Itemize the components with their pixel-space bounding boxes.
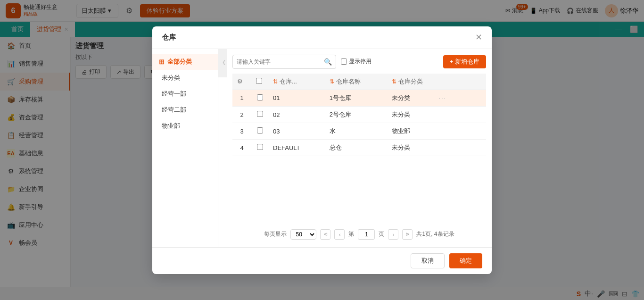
modal-sidebar-property[interactable]: 物业部 [152,118,218,134]
col-header-checkbox [251,74,268,90]
warehouse-modal: 仓库 ✕ ⊞ 全部分类 未分类 经营一部 经营二部 物业部 《 [152,26,492,274]
modal-main: 🔍 显示停用 + 新增仓库 ⚙ [227,49,492,247]
per-page-select[interactable]: 50 100 [290,229,316,240]
row-code-2: 02 [268,107,325,123]
col-name-label: 仓库名称 [336,77,361,86]
row-code-4: DEFAULT [268,140,325,156]
col-code-label: 仓库... [280,77,297,86]
row-select-2[interactable] [257,111,263,117]
row-num: 3 [232,123,251,140]
col-header-name: ⇅ 仓库名称 [325,74,388,90]
sort-icon-category: ⇅ [392,78,396,85]
page-input[interactable] [358,229,375,240]
show-disabled-checkbox[interactable] [341,58,347,65]
search-input[interactable] [237,58,324,65]
modal-sidebar-uncategorized[interactable]: 未分类 [152,70,218,86]
page-prev-button[interactable]: ‹ [334,229,345,240]
modal-title: 仓库 [162,33,176,42]
select-all-checkbox[interactable] [256,78,262,84]
row-name-4: 总仓 [325,140,388,156]
col-category-label: 仓库分类 [398,77,423,86]
all-category-label: 全部分类 [167,58,192,66]
row-select-4[interactable] [257,144,263,150]
sort-icon-code: ⇅ [273,78,278,85]
row-checkbox [251,90,268,107]
confirm-button[interactable]: 确定 [449,253,482,268]
modal-sidebar-dept1[interactable]: 经营一部 [152,86,218,102]
cancel-button[interactable]: 取消 [411,253,445,268]
row-category-4: 未分类 [387,140,486,156]
modal-sidebar: ⊞ 全部分类 未分类 经营一部 经营二部 物业部 [152,49,218,247]
search-input-wrap: 🔍 [232,55,336,69]
table-body: 1 01 1号仓库 未分类 ··· 2 [232,90,486,156]
modal-close-button[interactable]: ✕ [475,33,482,42]
page-last-button[interactable]: ⊳ [402,229,413,240]
pagination: 每页显示 50 100 ⊲ ‹ 第 页 › ⊳ 共1页, 4条记录 [232,225,486,242]
table-row[interactable]: 1 01 1号仓库 未分类 ··· [232,90,486,107]
page-first-button[interactable]: ⊲ [320,229,330,240]
search-icon[interactable]: 🔍 [324,58,332,66]
sidebar-collapse-button[interactable]: 《 [218,49,227,77]
row-checkbox [251,123,268,140]
grid-icon: ⊞ [159,58,165,66]
chevron-left-icon: 《 [220,59,225,67]
table-row[interactable]: 4 DEFAULT 总仓 未分类 [232,140,486,156]
row-num: 2 [232,107,251,123]
modal-sidebar-all[interactable]: ⊞ 全部分类 [152,54,218,70]
col-header-code: ⇅ 仓库... [268,74,325,90]
sort-icon-name: ⇅ [330,78,334,85]
row-checkbox [251,140,268,156]
row-name-3: 水 [325,123,388,140]
row-code-1: 01 [268,90,325,107]
add-warehouse-button[interactable]: + 新增仓库 [443,55,486,68]
warehouse-table: ⚙ ⇅ 仓库... [232,74,486,157]
show-disabled-label: 显示停用 [349,58,372,66]
col-header-category: ⇅ 仓库分类 [387,74,486,90]
row-checkbox [251,107,268,123]
row-category-2: 未分类 [387,107,486,123]
page-next-button[interactable]: › [388,229,398,240]
row-num: 4 [232,140,251,156]
row-category-1: 未分类 ··· [387,90,486,107]
modal-overlay: 仓库 ✕ ⊞ 全部分类 未分类 经营一部 经营二部 物业部 《 [0,0,644,300]
table-row[interactable]: 2 02 2号仓库 未分类 [232,107,486,123]
modal-header: 仓库 ✕ [152,26,492,49]
table-header-row: ⚙ ⇅ 仓库... [232,74,486,90]
row-name-1: 1号仓库 [325,90,388,107]
gear-icon: ⚙ [237,78,243,85]
show-disabled-wrap: 显示停用 [341,58,372,66]
total-label: 共1页, 4条记录 [416,230,454,238]
row-select-1[interactable] [257,94,263,100]
modal-search-bar: 🔍 显示停用 + 新增仓库 [232,55,486,69]
row-name-2: 2号仓库 [325,107,388,123]
modal-body: ⊞ 全部分类 未分类 经营一部 经营二部 物业部 《 🔍 [152,49,492,247]
row-num: 1 [232,90,251,107]
page-label: 第 [348,230,354,238]
table-row[interactable]: 3 03 水 物业部 [232,123,486,140]
col-header-gear: ⚙ [232,74,251,90]
per-page-label: 每页显示 [264,230,287,238]
row-select-3[interactable] [257,127,263,133]
modal-footer: 取消 确定 [152,247,492,274]
row-actions-1[interactable]: ··· [438,94,446,101]
page-suffix: 页 [379,230,384,238]
row-category-3: 物业部 [387,123,486,140]
modal-sidebar-dept2[interactable]: 经营二部 [152,102,218,118]
row-code-3: 03 [268,123,325,140]
